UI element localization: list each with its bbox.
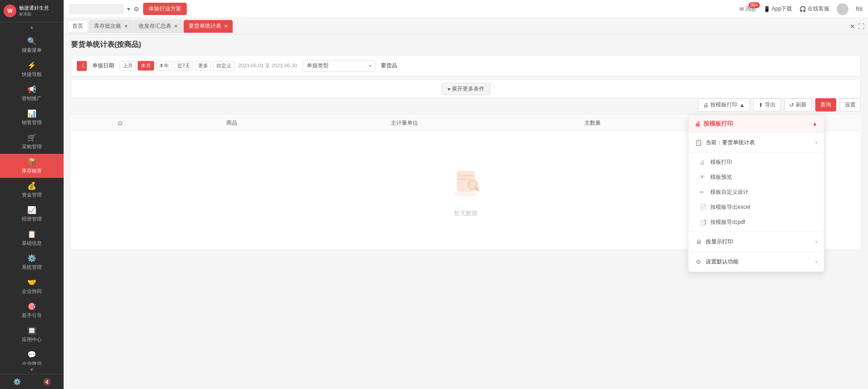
- sales-icon: 📊: [27, 109, 36, 118]
- printer-icon: 🖨: [703, 102, 708, 108]
- sidebar-logo: W 畅捷通好生意 标准版: [0, 0, 64, 22]
- close-inventory-batch-icon[interactable]: ✕: [124, 24, 128, 29]
- quick-nav-icon: ⚡: [27, 61, 36, 70]
- sidebar-item-finance[interactable]: 💰 资金管理: [0, 178, 64, 202]
- sidebar-item-wechat[interactable]: 💬 企业微信: [0, 347, 64, 365]
- date-last7days-btn[interactable]: 近7天: [174, 61, 193, 71]
- tab-inventory-batch[interactable]: 库存批次账 ✕: [89, 20, 133, 33]
- close-order-stats-icon[interactable]: ✕: [224, 24, 228, 29]
- logo-icon: W: [4, 5, 16, 17]
- order-type-label: 单据类型: [307, 62, 329, 70]
- query-btn[interactable]: 查询: [815, 98, 836, 111]
- refresh-btn[interactable]: ↺ 刷新: [784, 98, 812, 111]
- dropdown-header-left: 🖨 按模板打印: [695, 120, 733, 128]
- empty-icon: [448, 162, 484, 205]
- dropdown-default-setting[interactable]: ⚙ 设置默认功能 ▾: [688, 254, 824, 270]
- date-prev-month-btn[interactable]: 上月: [120, 61, 136, 71]
- window-close-icon[interactable]: ✕: [850, 23, 855, 30]
- home-tab-label: 首页: [72, 22, 83, 30]
- sidebar-item-label-wechat: 企业微信: [22, 360, 42, 365]
- sidebar-item-label-guide: 新手引导: [22, 312, 42, 319]
- page-content: 要货单统计表(按商品) 《 单据日期 上月 本月 本年 近7天 更多 自定义 2…: [64, 35, 868, 389]
- dropdown-current-item[interactable]: 📋 当前：要货单统计表 ▾: [688, 135, 824, 151]
- date-current-year-btn[interactable]: 本年: [156, 61, 172, 71]
- print-template-btn[interactable]: 🖨 按模板打印 ▲: [698, 98, 750, 111]
- date-current-month-btn[interactable]: 本月: [138, 61, 154, 71]
- sidebar-scroll-down[interactable]: ▼: [0, 365, 64, 374]
- sidebar-item-system[interactable]: ⚙️ 系统管理: [0, 250, 64, 274]
- sidebar-item-inventory[interactable]: 📦 库存核算: [0, 154, 64, 178]
- dropdown-template-custom[interactable]: ✏ 模板自定义设计: [688, 185, 824, 200]
- sidebar-item-quick-nav[interactable]: ⚡ 快捷导航: [0, 57, 64, 81]
- sidebar-item-label-operation: 经营管理: [22, 216, 42, 222]
- apps-icon: 🔲: [27, 326, 36, 335]
- export-btn[interactable]: ⬆ 导出: [753, 98, 781, 111]
- tab-order-stats[interactable]: 要货单统计表 ✕: [184, 20, 233, 33]
- dropdown-export-pdf[interactable]: 📑 按模板导出pdf: [688, 215, 824, 230]
- display-print-arrow-icon: ▾: [815, 239, 818, 244]
- dropdown-template-section: 🖨 模板打印 👁 模板预览 ✏ 模板自定义设计 📄 按模板导出excel: [688, 153, 824, 232]
- sidebar-item-label-basic: 基础信息: [22, 240, 42, 247]
- sidebar-item-operation[interactable]: 📈 经营管理: [0, 202, 64, 226]
- dropdown-export-excel[interactable]: 📄 按模板导出excel: [688, 200, 824, 215]
- order-type-select[interactable]: 单据类型 ▾: [303, 60, 375, 71]
- tab-receipt-summary[interactable]: 收发存汇总表 ✕: [134, 20, 183, 33]
- default-setting-arrow-icon: ▾: [815, 259, 818, 264]
- sidebar-item-search[interactable]: 🔍 搜索菜单: [0, 33, 64, 57]
- tab-home[interactable]: 首页: [67, 20, 88, 33]
- topbar-dropdown[interactable]: ▾: [127, 6, 130, 12]
- date-custom-btn[interactable]: 自定义: [213, 61, 234, 71]
- table-header-settings[interactable]: ⚙: [71, 116, 170, 131]
- inventory-batch-label: 库存批次账: [94, 22, 121, 30]
- expand-icon: 《: [79, 62, 85, 70]
- dropdown-template-preview[interactable]: 👁 模板预览: [688, 170, 824, 185]
- table-settings-icon[interactable]: ⚙: [117, 120, 123, 127]
- window-controls: ✕ ⛶: [850, 23, 864, 30]
- settings-btn[interactable]: 设置: [840, 98, 861, 111]
- table-header-goods: 商品: [169, 116, 294, 131]
- user-avatar[interactable]: [837, 3, 848, 15]
- dropdown-display-print[interactable]: 🖥 按显示打印 ▾: [688, 234, 824, 250]
- sidebar-item-apps[interactable]: 🔲 应用中心: [0, 323, 64, 347]
- sidebar-bottom: ⚙️ 🔇: [0, 374, 64, 389]
- close-receipt-summary-icon[interactable]: ✕: [174, 24, 178, 29]
- dropdown-template-print[interactable]: 🖨 模板打印: [688, 155, 824, 170]
- online-service-item[interactable]: 🎧 在线客服: [799, 5, 829, 13]
- expand-more-label: 展开更多条件: [452, 85, 484, 93]
- trial-btn[interactable]: 体验行业方案: [143, 3, 187, 15]
- sidebar-item-collab[interactable]: 🤝 企业协同: [0, 274, 64, 298]
- finance-icon: 💰: [27, 182, 36, 190]
- dropdown-header-label: 按模板打印: [703, 120, 733, 128]
- order-stats-label: 要货单统计表: [189, 22, 221, 30]
- export-icon: ⬆: [758, 102, 763, 108]
- message-item[interactable]: ✉ 消息 99+: [739, 5, 756, 13]
- dropdown-close-icon[interactable]: ▲: [812, 121, 818, 127]
- sidebar-item-marketing[interactable]: 📢 营销推广: [0, 81, 64, 106]
- search-nav-icon: 🔍: [27, 37, 36, 45]
- svg-rect-2: [459, 175, 473, 177]
- sidebar-item-guide[interactable]: 🎯 新手引导: [0, 298, 64, 323]
- mute-bottom-icon[interactable]: 🔇: [43, 378, 51, 385]
- sidebar-item-label-quick: 快捷导航: [22, 71, 42, 78]
- topbar: ▾ ⚙ 体验行业方案 ✉ 消息 99+ 📱 App下载 🎧 在线客服 Rit: [64, 0, 868, 18]
- date-more-btn[interactable]: 更多: [195, 61, 211, 71]
- expand-more-bar: ▾ 展开更多条件: [71, 80, 861, 98]
- window-maximize-icon[interactable]: ⛶: [858, 23, 864, 30]
- sidebar-item-sales[interactable]: 📊 销售管理: [0, 106, 64, 130]
- app-download-item[interactable]: 📱 App下载: [763, 5, 792, 13]
- export-pdf-icon: 📑: [699, 219, 707, 226]
- purchase-icon: 🛒: [27, 133, 36, 142]
- table-header-unit: 主计量单位: [294, 116, 514, 131]
- sidebar-scroll-up[interactable]: ▲: [0, 22, 64, 31]
- search-input[interactable]: [69, 4, 124, 14]
- sidebar-item-basic[interactable]: 📋 基础信息: [0, 226, 64, 250]
- settings-bottom-icon[interactable]: ⚙️: [13, 378, 21, 385]
- app-download-label: App下载: [772, 5, 792, 13]
- expand-more-btn[interactable]: ▾ 展开更多条件: [442, 83, 490, 95]
- system-icon: ⚙️: [27, 254, 36, 263]
- sidebar-item-purchase[interactable]: 🛒 采购管理: [0, 130, 64, 154]
- filter-expand-btn[interactable]: 《: [77, 61, 87, 71]
- dropdown-current-label: 当前：要货单统计表: [706, 139, 812, 147]
- goods-filter-label: 要货品: [381, 62, 397, 70]
- topbar-gear-icon[interactable]: ⚙: [134, 5, 140, 13]
